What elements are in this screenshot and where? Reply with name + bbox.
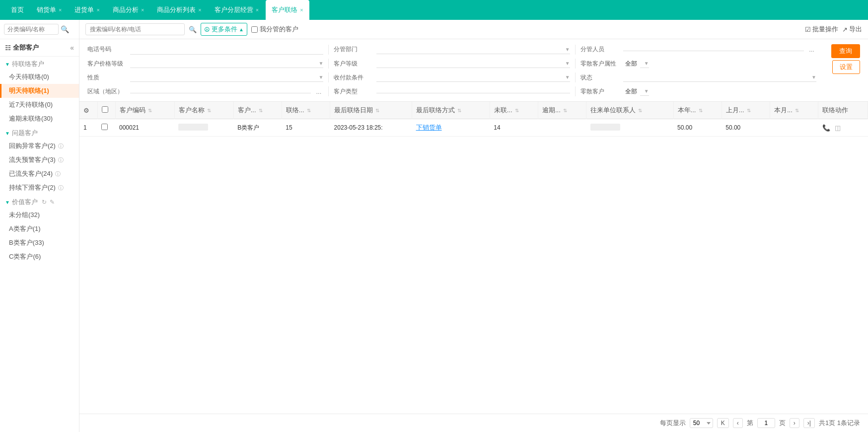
- nature-select[interactable]: ▼: [130, 73, 323, 82]
- chevron-down-icon: ▼: [565, 47, 570, 52]
- sidebar-item-class-a[interactable]: A类客户(1): [0, 222, 79, 236]
- filter-bar: 🔍 ☮ 更多条件 ▲ 我分管的客户 ☑ 批量操作 ↗ 导出: [79, 20, 868, 39]
- nav-product-analysis-list[interactable]: 商品分析列表 ×: [151, 0, 207, 20]
- query-button[interactable]: 查询: [831, 44, 860, 58]
- td-last-contact-date: 2023-05-23 18:25:: [330, 119, 412, 137]
- chevron-down-icon-4: ▼: [644, 61, 649, 66]
- triangle-icon-3: ▼: [5, 200, 10, 205]
- nav-home[interactable]: 首页: [5, 0, 30, 20]
- nav-sales-order[interactable]: 销货单 ×: [31, 0, 68, 20]
- nav-customer-stratify[interactable]: 客户分层经营 ×: [209, 0, 265, 20]
- sidebar-search-icon[interactable]: 🔍: [61, 25, 69, 33]
- region-ellipsis[interactable]: ...: [314, 88, 323, 95]
- nav-customer-contact[interactable]: 客户联络 ×: [266, 0, 309, 20]
- nav-close-product[interactable]: ×: [141, 7, 144, 13]
- last-contact-link[interactable]: 下销货单: [416, 124, 442, 131]
- sidebar-item-repurchase-abnormal[interactable]: 回购异常客户(2) ⓘ: [0, 139, 79, 153]
- search-icon[interactable]: 🔍: [189, 26, 197, 33]
- payment-select[interactable]: ▼: [376, 73, 570, 82]
- td-contact-person: [586, 119, 674, 137]
- next-page-button[interactable]: ›: [790, 418, 799, 428]
- search-input[interactable]: [85, 23, 185, 35]
- page-label: 第: [747, 419, 753, 428]
- sidebar-item-declining[interactable]: 持续下滑客户(2) ⓘ: [0, 181, 79, 195]
- sidebar-item-overdue[interactable]: 逾期未联络(30): [0, 112, 79, 126]
- td-customer-type: B类客户: [233, 119, 282, 137]
- sidebar-item-class-c[interactable]: C类客户(6): [0, 250, 79, 264]
- sidebar-item-7days[interactable]: 近7天待联络(0): [0, 98, 79, 112]
- customer-type-select[interactable]: [376, 90, 570, 93]
- sort-icon-4: ⇅: [307, 108, 311, 113]
- filter-customer-level: 客户等级 ▼: [334, 59, 570, 68]
- sidebar-item-churn-warning[interactable]: 流失预警客户(3) ⓘ: [0, 153, 79, 167]
- filter-row-1: 电话号码 分管部门 ▼ 分管人员: [87, 44, 816, 55]
- sidebar-item-today[interactable]: 今天待联络(0): [0, 70, 79, 84]
- filter-actions: ☑ 批量操作 ↗ 导出: [805, 25, 862, 34]
- dept-select[interactable]: ▼: [376, 45, 570, 54]
- my-customer-checkbox-area[interactable]: 我分管的客户: [251, 25, 298, 34]
- td-this-year: 50.00: [673, 119, 722, 137]
- retail-customer-select[interactable]: ▼: [640, 87, 649, 96]
- page-number-input[interactable]: [757, 418, 775, 428]
- collapse-icon[interactable]: «: [70, 44, 74, 52]
- nav-close-purchase[interactable]: ×: [96, 7, 99, 13]
- th-unlinked: 未联... ⇅: [490, 102, 538, 119]
- more-conditions-button[interactable]: ☮ 更多条件 ▲: [201, 23, 247, 36]
- region-select[interactable]: [130, 90, 311, 93]
- table-row: 1 000021 B类客户 15 2023-05-23 18:25: 下销货单: [79, 119, 868, 137]
- bulk-action-button[interactable]: ☑ 批量操作: [805, 25, 838, 34]
- supervisor-select[interactable]: [623, 48, 804, 51]
- settings-button[interactable]: 设置: [832, 60, 860, 74]
- nav-close-contact[interactable]: ×: [300, 7, 303, 13]
- customer-level-select[interactable]: ▼: [376, 59, 570, 68]
- page-unit: 页: [779, 419, 786, 428]
- td-checkbox: [97, 119, 115, 137]
- sort-icon: ⇅: [148, 108, 152, 113]
- sort-icon-11: ⇅: [747, 108, 751, 113]
- filter-nature: 性质 ▼: [87, 73, 323, 82]
- price-level-select[interactable]: ▼: [130, 59, 323, 68]
- select-all-checkbox[interactable]: [102, 106, 108, 113]
- last-page-button[interactable]: ›|: [803, 418, 815, 428]
- phone-input[interactable]: [130, 44, 323, 55]
- sidebar-item-ungrouped[interactable]: 未分组(32): [0, 208, 79, 222]
- page-size-select[interactable]: 50 100 200: [690, 418, 713, 428]
- chevron-down-icon-3: ▼: [565, 61, 570, 66]
- th-this-year: 本年... ⇅: [673, 102, 722, 119]
- nav-close-product-list[interactable]: ×: [198, 7, 201, 13]
- phone-action-icon[interactable]: 📞: [822, 124, 830, 132]
- sort-icon-5: ⇅: [375, 108, 379, 113]
- sort-icon-10: ⇅: [699, 108, 703, 113]
- export-button[interactable]: ↗ 导出: [842, 25, 862, 34]
- qr-action-icon[interactable]: ◫: [835, 124, 841, 132]
- my-customer-checkbox[interactable]: [251, 26, 258, 33]
- th-overdue: 逾期... ⇅: [538, 102, 586, 119]
- row-checkbox[interactable]: [101, 124, 108, 130]
- td-customer-code: 000021: [115, 119, 174, 137]
- sort-icon-6: ⇅: [457, 108, 461, 113]
- nav-product-analysis[interactable]: 商品分析 ×: [107, 0, 150, 20]
- sidebar-search-input[interactable]: [4, 24, 59, 35]
- th-customer-name: 客户名称 ⇅: [174, 102, 233, 119]
- nav-close-stratify[interactable]: ×: [256, 7, 259, 13]
- top-navigation: 首页 销货单 × 进货单 × 商品分析 × 商品分析列表 × 客户分层经营 × …: [0, 0, 868, 20]
- checkbox-icon: ☑: [805, 26, 811, 33]
- nav-close-sales[interactable]: ×: [59, 7, 62, 13]
- th-customer-code: 客户编码 ⇅: [115, 102, 174, 119]
- sidebar-item-churned[interactable]: 已流失客户(24) ⓘ: [0, 167, 79, 181]
- nav-purchase-order[interactable]: 进货单 ×: [69, 0, 105, 20]
- sidebar-item-class-b[interactable]: B类客户(33): [0, 236, 79, 250]
- td-row-actions: 📞 ◫: [818, 119, 868, 137]
- prev-page-button[interactable]: ‹: [733, 418, 743, 428]
- retail-attr-select[interactable]: ▼: [640, 59, 649, 68]
- total-records: 共1页 1条记录: [819, 419, 860, 428]
- filter-row-3: 性质 ▼ 收付款条件 ▼: [87, 72, 816, 82]
- sidebar-item-tomorrow[interactable]: 明天待联络(1): [0, 84, 79, 98]
- first-page-button[interactable]: K: [717, 418, 729, 428]
- supervisor-ellipsis[interactable]: ...: [807, 46, 816, 53]
- status-select[interactable]: ▼: [623, 73, 816, 82]
- settings-icon[interactable]: ⚙: [83, 107, 89, 114]
- sidebar-all-customers[interactable]: ☷ 全部客户 «: [0, 39, 79, 57]
- td-index: 1: [79, 119, 97, 137]
- filter-row-2: 客户价格等级 ▼ 客户等级 ▼: [87, 59, 816, 69]
